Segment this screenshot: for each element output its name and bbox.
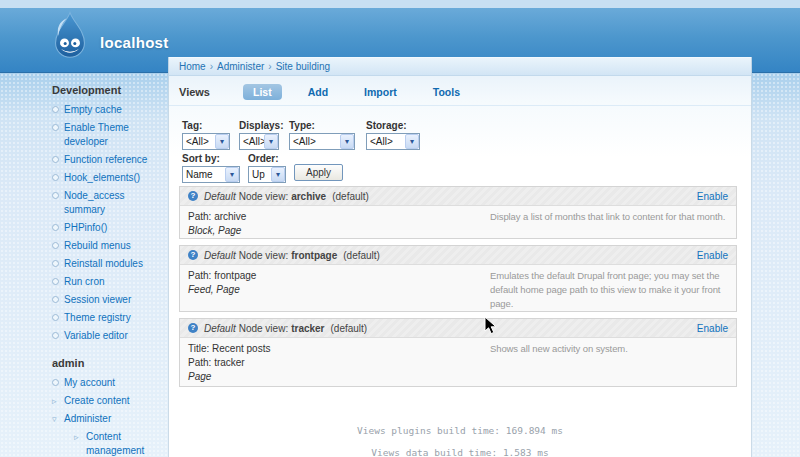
breadcrumb-separator: ›	[268, 61, 271, 72]
view-name: tracker	[291, 323, 324, 334]
sidebar-item-content-management[interactable]: ▹Content management	[74, 430, 164, 457]
sidebar-item-function-reference[interactable]: Function reference	[52, 153, 164, 167]
data-build-time: Views data build time: 1.583 ms	[169, 447, 751, 457]
sort-by-select[interactable]: Name ▾	[182, 166, 240, 183]
dropdown-arrow-icon: ▾	[405, 134, 419, 149]
view-description: Emulates the default Drupal front page; …	[490, 269, 730, 311]
view-row-body: Title: Recent posts Path: tracker Page S…	[180, 338, 736, 386]
view-row-body: Path: archive Block, Page Display a list…	[180, 206, 736, 238]
sidebar-item-reinstall-modules[interactable]: Reinstall modules	[52, 257, 164, 271]
sidebar-heading: admin	[52, 357, 164, 369]
sidebar-item-rebuild-menus[interactable]: Rebuild menus	[52, 239, 164, 253]
tab-import[interactable]: Import	[354, 84, 407, 100]
tag-filter-label: Tag:	[182, 120, 202, 131]
sidebar-section-development: Development Empty cache Enable Theme dev…	[52, 84, 164, 343]
circle-bullet-icon	[52, 222, 62, 231]
sidebar-item-run-cron[interactable]: Run cron	[52, 275, 164, 289]
view-detail: Path: tracker	[188, 356, 728, 370]
expanded-arrow-icon: ▿	[52, 414, 62, 424]
storage-filter-select[interactable]: <All> ▾	[366, 133, 420, 150]
dropdown-arrow-icon: ▾	[264, 134, 278, 149]
sidebar-section-admin: admin My account ▹Create content ▿Admini…	[52, 357, 164, 457]
sidebar-item-empty-cache[interactable]: Empty cache	[52, 103, 164, 117]
circle-bullet-icon	[52, 377, 62, 386]
views-list: ? Default Node view: archive (default) E…	[179, 186, 737, 393]
collapsed-arrow-icon: ▹	[52, 396, 62, 406]
help-icon[interactable]: ?	[188, 323, 198, 333]
sidebar-item-phpinfo[interactable]: PHPinfo()	[52, 221, 164, 235]
circle-bullet-icon	[52, 276, 62, 285]
enable-link[interactable]: Enable	[697, 250, 728, 261]
view-description: Shows all new activity on system.	[490, 342, 730, 356]
tab-bar: List Add Import Tools	[243, 83, 470, 100]
sidebar-item-hook-elements[interactable]: Hook_elements()	[52, 171, 164, 185]
sidebar-item-theme-registry[interactable]: Theme registry	[52, 311, 164, 325]
help-icon[interactable]: ?	[188, 191, 198, 201]
enable-link[interactable]: Enable	[697, 191, 728, 202]
sidebar-item-session-viewer[interactable]: Session viewer	[52, 293, 164, 307]
page-title: Views	[179, 86, 210, 98]
view-displays: Block, Page	[188, 224, 728, 238]
view-displays: Page	[188, 370, 728, 384]
dropdown-arrow-icon: ▾	[215, 134, 229, 149]
sidebar-item-create-content[interactable]: ▹Create content	[52, 394, 164, 408]
circle-bullet-icon	[52, 330, 62, 339]
tag-filter-select[interactable]: <All> ▾	[182, 133, 230, 150]
dropdown-arrow-icon: ▾	[340, 134, 354, 149]
view-name: frontpage	[291, 250, 337, 261]
tab-underline	[169, 105, 751, 106]
displays-filter-select[interactable]: <All> ▾	[239, 133, 279, 150]
circle-bullet-icon	[52, 294, 62, 303]
sidebar-item-node-access-summary[interactable]: Node_access summary	[52, 189, 164, 217]
breadcrumb-home-link[interactable]: Home	[179, 61, 206, 72]
sidebar-item-administer[interactable]: ▿Administer	[52, 412, 164, 426]
tab-tools[interactable]: Tools	[423, 84, 470, 100]
main-content-panel: Home›Administer›Site building Views List…	[168, 57, 752, 457]
sidebar-item-enable-theme-developer[interactable]: Enable Theme developer	[52, 121, 164, 149]
tab-list[interactable]: List	[243, 84, 282, 100]
circle-bullet-icon	[52, 312, 62, 321]
circle-bullet-icon	[52, 122, 62, 131]
enable-link[interactable]: Enable	[697, 323, 728, 334]
drupal-logo-icon[interactable]	[48, 11, 92, 65]
apply-button[interactable]: Apply	[294, 164, 343, 181]
view-row-header: ? Default Node view: archive (default) E…	[180, 187, 736, 206]
storage-filter-label: Storage:	[366, 120, 407, 131]
dropdown-arrow-icon: ▾	[271, 167, 285, 182]
circle-bullet-icon	[52, 172, 62, 181]
top-strip	[0, 0, 800, 8]
mouse-cursor	[484, 316, 497, 339]
help-icon[interactable]: ?	[188, 250, 198, 260]
view-row-tracker: ? Default Node view: tracker (default) E…	[179, 318, 737, 387]
sidebar-item-my-account[interactable]: My account	[52, 376, 164, 390]
order-select[interactable]: Up ▾	[248, 166, 286, 183]
breadcrumb-site-building-link[interactable]: Site building	[276, 61, 330, 72]
view-row-header: ? Default Node view: tracker (default) E…	[180, 319, 736, 338]
sidebar-item-variable-editor[interactable]: Variable editor	[52, 329, 164, 343]
sort-by-label: Sort by:	[182, 153, 220, 164]
view-row-archive: ? Default Node view: archive (default) E…	[179, 186, 737, 239]
circle-bullet-icon	[52, 154, 62, 163]
tab-add[interactable]: Add	[298, 84, 338, 100]
plugins-build-time: Views plugins build time: 169.894 ms	[169, 425, 751, 436]
breadcrumb-administer-link[interactable]: Administer	[217, 61, 264, 72]
type-filter-select[interactable]: <All> ▾	[289, 133, 355, 150]
view-row-header: ? Default Node view: frontpage (default)…	[180, 246, 736, 265]
breadcrumb: Home›Administer›Site building	[169, 57, 751, 76]
circle-bullet-icon	[52, 104, 62, 113]
view-name: archive	[291, 191, 326, 202]
sidebar: Development Empty cache Enable Theme dev…	[0, 73, 168, 457]
view-description: Display a list of months that link to co…	[490, 210, 730, 224]
order-label: Order:	[248, 153, 279, 164]
dropdown-arrow-icon: ▾	[225, 167, 239, 182]
displays-filter-label: Displays:	[239, 120, 283, 131]
collapsed-arrow-icon: ▹	[74, 432, 84, 442]
circle-bullet-icon	[52, 190, 62, 199]
type-filter-label: Type:	[289, 120, 315, 131]
site-title[interactable]: localhost	[100, 34, 169, 51]
sidebar-heading: Development	[52, 84, 164, 96]
build-time-footer: Views plugins build time: 169.894 ms Vie…	[169, 425, 751, 457]
view-row-frontpage: ? Default Node view: frontpage (default)…	[179, 245, 737, 312]
breadcrumb-separator: ›	[210, 61, 213, 72]
circle-bullet-icon	[52, 240, 62, 249]
